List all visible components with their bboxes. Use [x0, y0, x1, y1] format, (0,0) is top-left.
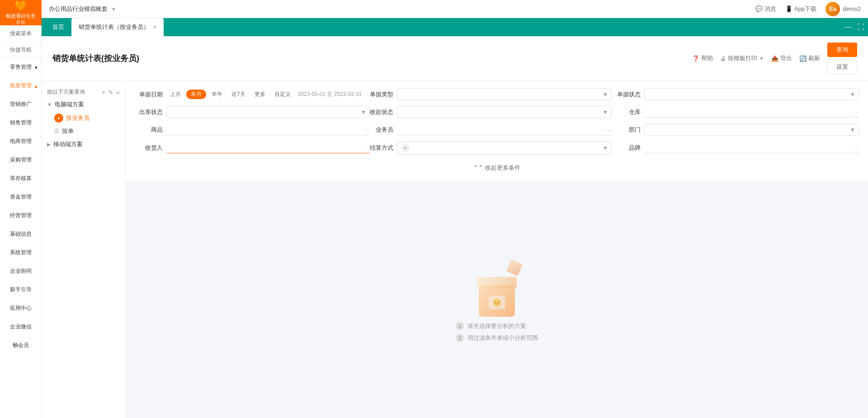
help-action[interactable]: ❓ 帮助	[692, 54, 713, 62]
user-menu[interactable]: Ea demo2	[826, 2, 861, 16]
sidebar-item-newuser[interactable]: 新手引导	[0, 280, 41, 299]
salesperson-item-label: 按业务员	[66, 114, 90, 122]
message-label: 消息	[764, 5, 776, 13]
out-status-select[interactable]	[166, 106, 370, 118]
logo-subtext: 标版	[16, 19, 25, 25]
sidebar-item-quicknav[interactable]: 快捷导航	[0, 43, 41, 58]
tab-home[interactable]: 首页	[45, 18, 71, 36]
topbar-right: 💬 消息 📱 App下载 Ea demo2	[755, 2, 861, 16]
tab-sales-stat[interactable]: 销货单统计表（按业务员） ×	[71, 18, 164, 36]
date-tab-more[interactable]: 更多	[251, 90, 269, 99]
app-download-icon: 📱	[785, 5, 793, 12]
sidebar-logo[interactable]: 🧡 畅捷通好生意 标版	[0, 0, 42, 25]
tree-expand-icon[interactable]: ▼	[47, 102, 52, 107]
out-status-label: 出库状态	[135, 108, 166, 116]
sidebar-item-marketing[interactable]: 营销推广	[0, 95, 41, 114]
industry-dropdown-icon[interactable]: ▼	[111, 6, 116, 12]
sidebar-item-sales[interactable]: 销售管理	[0, 114, 41, 132]
filter-section: 单据日期 上月 本月 本年 近7天 更多 自定义 2023-03-01 至 20…	[126, 81, 868, 181]
collapse-bar[interactable]: ⌃⌃ 收起更多条件	[135, 160, 859, 174]
refresh-icon: 🔄	[799, 55, 807, 62]
sidebar-item-system[interactable]: 系统管理	[0, 243, 41, 262]
warehouse-dots-icon[interactable]: ···	[854, 109, 859, 116]
sidebar: 🧡 畅捷通好生意 标版 搜索菜单 快捷导航 零售管理 ▼ 批发管理 ▲ 营销推广…	[0, 0, 42, 418]
print-dropdown-icon[interactable]: ▼	[759, 56, 764, 61]
query-button[interactable]: 查询	[827, 43, 857, 57]
brand-input[interactable]	[644, 142, 859, 153]
page-header-actions: ❓ 帮助 🖨 按模板打印 ▼ 📤 导出 🔄 刷新 查询	[692, 43, 857, 81]
salesperson-input[interactable]	[397, 124, 612, 135]
goods-dots-icon[interactable]: ···	[364, 126, 370, 133]
doc-type-select[interactable]	[397, 88, 612, 100]
sidebar-item-operations[interactable]: 经营管理	[0, 206, 41, 225]
sidebar-item-enterprise[interactable]: 企业协同	[0, 262, 41, 280]
message-action[interactable]: 💬 消息	[755, 5, 776, 13]
payment-label: 结算方式	[370, 144, 397, 152]
sidebar-item-appcenter[interactable]: 应用中心	[0, 299, 41, 318]
salesperson-dots-icon[interactable]: ···	[606, 126, 612, 133]
hint-num-2: 2	[456, 334, 464, 342]
sidebar-item-member[interactable]: 畅会员	[0, 336, 41, 355]
date-tab-custom[interactable]: 自定义	[271, 90, 294, 99]
salesperson-input-wrap: ···	[397, 124, 612, 135]
sidebar-item-inventory[interactable]: 库存核算	[0, 169, 41, 188]
export-action[interactable]: 📤 导出	[771, 54, 792, 62]
settings-button[interactable]: 设置	[827, 60, 857, 74]
left-panel: 按以下方案查询 + ✎ « ▼ 电脑端方案 ● 按业务员 ☰	[42, 81, 126, 418]
sidebar-item-ecommerce[interactable]: 电商管理	[0, 132, 41, 151]
consignee-dots-icon[interactable]: ···	[364, 144, 370, 152]
dept-select[interactable]	[644, 124, 859, 136]
date-tab-lastmonth[interactable]: 上月	[166, 90, 184, 99]
warehouse-label: 仓库	[617, 108, 644, 116]
brand-dots-icon[interactable]: ···	[854, 144, 859, 152]
export-icon: 📤	[771, 55, 778, 62]
sidebar-item-retail[interactable]: 零售管理 ▼	[0, 58, 41, 76]
tree-mobile-label: 移动端方案	[53, 140, 83, 148]
tab-close-icon[interactable]: ×	[153, 24, 156, 31]
tabbar-actions: — ⛶	[844, 23, 864, 31]
tree-desktop-label: 电脑端方案	[55, 100, 84, 109]
sidebar-item-finance[interactable]: 资金管理	[0, 188, 41, 206]
order-item-label: 按单	[62, 127, 74, 135]
tree-mobile-expand-icon[interactable]: ▶	[47, 142, 51, 147]
tabbar: 首页 销货单统计表（按业务员） × — ⛶	[42, 18, 868, 36]
sidebar-item-wholesale[interactable]: 批发管理 ▲	[0, 76, 41, 95]
payment-select-wrap: × ▼	[397, 141, 612, 155]
refresh-action[interactable]: 🔄 刷新	[799, 54, 820, 62]
consignee-input[interactable]	[166, 142, 370, 153]
app-download-action[interactable]: 📱 App下载	[785, 5, 816, 13]
doc-type-label: 单据类型	[370, 90, 397, 99]
page-title: 销货单统计表(按业务员)	[52, 53, 139, 70]
sidebar-item-purchase[interactable]: 采购管理	[0, 151, 41, 169]
panel-title-row: 按以下方案查询 + ✎ «	[42, 86, 125, 98]
sidebar-item-basicinfo[interactable]: 基础信息	[0, 225, 41, 243]
filter-row-2: 出库状态 ▼ 收款状态 ▼	[135, 106, 859, 118]
payment-tag-x-icon[interactable]: ×	[404, 145, 407, 151]
date-tab-thisyear[interactable]: 本年	[208, 90, 226, 99]
tab-maximize-icon[interactable]: ⛶	[857, 23, 864, 31]
tree-salesperson-item[interactable]: ● 按业务员	[42, 111, 125, 125]
edit-scheme-icon[interactable]: ✎	[108, 89, 113, 96]
doc-status-label: 单据状态	[617, 90, 644, 99]
receipt-status-select[interactable]	[397, 106, 612, 118]
empty-hint-1: 1 请先选择要分析的方案	[456, 322, 538, 330]
tree-order-item[interactable]: ☰ 按单	[42, 125, 125, 138]
collapse-panel-icon[interactable]: «	[116, 89, 120, 96]
tab-minimize-icon[interactable]: —	[844, 23, 852, 31]
add-scheme-icon[interactable]: +	[102, 89, 105, 96]
warehouse-input[interactable]	[644, 107, 859, 118]
sidebar-item-corpwechat[interactable]: 企业微信	[0, 318, 41, 336]
doc-status-select[interactable]	[644, 88, 859, 100]
salesperson-active-dot: ●	[54, 114, 63, 123]
date-tab-thismonth[interactable]: 本月	[186, 90, 206, 99]
empty-hints: 1 请先选择要分析的方案 2 用过滤条件来缩小分析范围	[456, 322, 538, 342]
date-range-display: 2023-03-01 至 2023-03-31	[298, 90, 362, 98]
help-label: 帮助	[701, 54, 713, 62]
print-action[interactable]: 🖨 按模板打印 ▼	[720, 54, 764, 62]
sidebar-item-search[interactable]: 搜索菜单	[0, 25, 41, 43]
date-tab-7days[interactable]: 近7天	[228, 90, 249, 99]
goods-input-wrap: ···	[166, 124, 370, 135]
goods-input[interactable]	[166, 124, 370, 135]
industry-title: 办公用品行业模拟账套	[49, 5, 108, 13]
filter-row-4: 收货人 ··· 结算方式 ×	[135, 141, 859, 155]
